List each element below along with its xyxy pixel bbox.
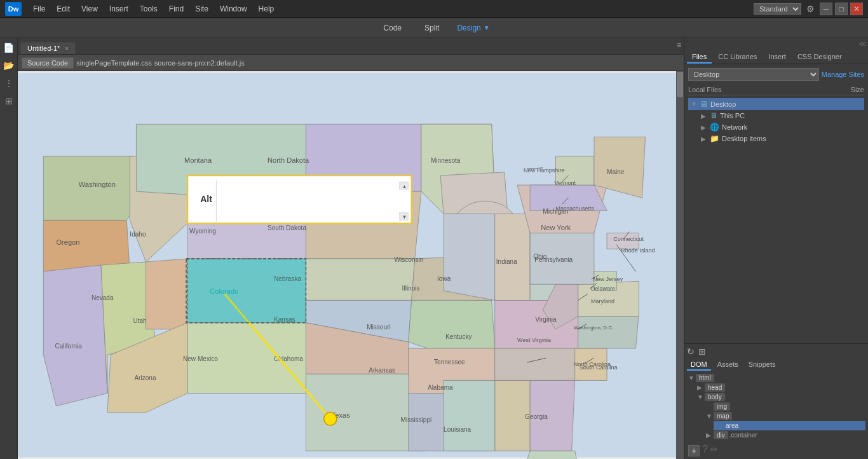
maximize-button[interactable]: □ — [835, 3, 848, 15]
tree-item-desktop[interactable]: ▼ 🖥 Desktop — [688, 98, 864, 110]
dom-head[interactable]: ▶ head — [696, 383, 865, 392]
design-view-button[interactable]: Design ▼ — [457, 24, 489, 32]
tab-assets[interactable]: Assets — [714, 359, 742, 371]
svg-text:Maryland: Maryland — [591, 298, 614, 305]
map-expand: ▼ — [706, 413, 712, 420]
source-toolbar: Source Code singlePageTemplate.css sourc… — [18, 55, 684, 71]
map-canvas[interactable]: Washington Oregon California Nevada Idah… — [18, 71, 684, 459]
body-tag[interactable]: body — [705, 393, 725, 401]
dom-div[interactable]: ▶ div .container — [705, 430, 865, 440]
desktop-items-icon: 📁 — [710, 134, 719, 143]
expand-arrow: ▼ — [691, 100, 697, 107]
svg-text:Minnesota: Minnesota — [431, 157, 461, 164]
svg-text:Illinois: Illinois — [402, 285, 420, 292]
menu-tools[interactable]: Tools — [135, 3, 163, 15]
dom-img[interactable]: img — [705, 402, 865, 411]
dom-html[interactable]: ▼ html — [687, 373, 865, 383]
browse-icon[interactable]: ⋮ — [2, 76, 16, 90]
split-view-button[interactable]: Split — [419, 22, 444, 34]
this-pc-icon: 🖥 — [710, 111, 717, 120]
tab-close-button[interactable]: × — [65, 45, 69, 52]
html-tag[interactable]: html — [696, 374, 714, 382]
svg-text:South Dakota: South Dakota — [268, 224, 306, 231]
svg-marker-20 — [409, 300, 495, 348]
svg-text:Mississippi: Mississippi — [401, 416, 432, 423]
svg-text:Georgia: Georgia — [525, 413, 548, 420]
svg-text:Massachusetts: Massachusetts — [555, 205, 594, 212]
dom-body[interactable]: ▼ body — [696, 392, 865, 402]
tab-css-designer[interactable]: CSS Designer — [792, 51, 847, 64]
area-tag[interactable]: area — [722, 421, 742, 430]
svg-rect-107 — [187, 175, 412, 224]
dom-add-button[interactable]: + — [688, 445, 700, 456]
filter-button[interactable]: ≡ — [677, 41, 681, 50]
head-tag[interactable]: head — [705, 383, 725, 392]
open-file-icon[interactable]: 📂 — [2, 58, 16, 72]
map-scrollbar[interactable] — [676, 71, 684, 459]
expand-icon[interactable]: ⊞ — [2, 94, 16, 108]
document-tab[interactable]: Untitled-1* × — [20, 42, 76, 54]
svg-marker-30 — [495, 348, 578, 380]
svg-marker-3 — [43, 265, 107, 406]
svg-marker-14 — [306, 259, 414, 301]
close-button[interactable]: ✕ — [850, 3, 863, 15]
svg-text:Vermont: Vermont — [554, 180, 576, 186]
panel-collapse-button[interactable]: ≪ — [858, 39, 867, 48]
menu-window[interactable]: Window — [215, 3, 252, 15]
network-label: Network — [722, 123, 747, 131]
dom-area[interactable]: area — [714, 421, 865, 430]
dom-map[interactable]: ▼ map — [705, 411, 865, 421]
svg-text:Wisconsin: Wisconsin — [395, 256, 424, 263]
files-area: Desktop Manage Sites Local Files Size ▼ … — [684, 64, 868, 343]
location-selector[interactable]: Desktop — [688, 68, 819, 81]
menu-bar: Dw File Edit View Insert Tools Find Site… — [0, 0, 868, 18]
svg-marker-8 — [146, 259, 187, 329]
tab-snippets[interactable]: Snippets — [745, 359, 780, 371]
tab-cc-libraries[interactable]: CC Libraries — [713, 51, 762, 64]
app-logo: Dw — [5, 2, 22, 16]
dom-edit-icon[interactable]: ✏ — [710, 444, 718, 455]
div-class: .container — [729, 432, 757, 439]
svg-rect-114 — [186, 259, 306, 323]
img-tag[interactable]: img — [714, 402, 730, 411]
source-code-button[interactable]: Source Code — [22, 57, 74, 69]
menu-help[interactable]: Help — [254, 3, 280, 15]
svg-text:Virginia: Virginia — [535, 316, 557, 323]
menu-edit[interactable]: Edit — [51, 3, 75, 15]
svg-text:Maine: Maine — [607, 168, 625, 175]
head-expand: ▶ — [697, 384, 703, 391]
body-expand: ▼ — [697, 394, 703, 401]
workspace-selector[interactable]: Standard — [754, 3, 801, 15]
tab-dom[interactable]: DOM — [687, 359, 711, 371]
code-view-button[interactable]: Code — [378, 22, 407, 34]
svg-text:Utah: Utah — [133, 317, 146, 324]
tree-item-network[interactable]: ▶ 🌐 Network — [698, 121, 864, 133]
tab-files[interactable]: Files — [687, 51, 712, 64]
div-tag[interactable]: div — [714, 431, 728, 439]
svg-text:South Carolina: South Carolina — [580, 364, 618, 371]
minimize-button[interactable]: ─ — [820, 3, 832, 15]
center-content: Untitled-1* × ≡ Source Code singlePageTe… — [18, 38, 684, 459]
svg-text:▲: ▲ — [402, 184, 407, 189]
menu-site[interactable]: Site — [190, 3, 214, 15]
expand-arrow-items: ▶ — [701, 135, 707, 142]
new-file-icon[interactable]: 📄 — [2, 41, 16, 55]
tab-insert[interactable]: Insert — [763, 51, 791, 64]
menu-file[interactable]: File — [28, 3, 50, 15]
tree-item-desktop-items[interactable]: ▶ 📁 Desktop items — [698, 133, 864, 144]
tree-item-this-pc[interactable]: ▶ 🖥 This PC — [698, 110, 864, 121]
this-pc-label: This PC — [720, 112, 745, 120]
menu-insert[interactable]: Insert — [104, 3, 133, 15]
svg-text:▼: ▼ — [402, 214, 407, 220]
map-tag[interactable]: map — [714, 412, 732, 420]
svg-text:New York: New York — [541, 224, 571, 231]
js-file-label: source-sans-pro:n2:default.js — [154, 59, 245, 67]
grid-icon[interactable]: ⊞ — [698, 346, 706, 357]
menu-view[interactable]: View — [76, 3, 103, 15]
manage-sites-link[interactable]: Manage Sites — [822, 71, 864, 78]
dom-help-icon[interactable]: ? — [702, 444, 708, 455]
svg-text:Connecticut: Connecticut — [613, 236, 644, 242]
refresh-icon[interactable]: ↻ — [687, 346, 695, 357]
menu-find[interactable]: Find — [164, 3, 189, 15]
settings-icon[interactable]: ⚙ — [804, 4, 817, 14]
